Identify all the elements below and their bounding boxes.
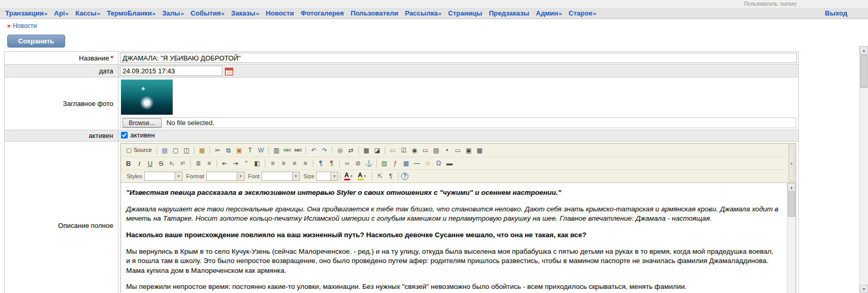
nav-item-api[interactable]: Api» bbox=[54, 9, 69, 17]
nav-item-zaly[interactable]: Залы» bbox=[162, 9, 184, 17]
button-field-icon[interactable]: ▭ bbox=[453, 145, 463, 155]
anchor-icon[interactable]: ⚓ bbox=[364, 159, 374, 168]
radio-field-icon[interactable]: ◉ bbox=[409, 145, 419, 155]
outdent-icon[interactable]: ⇤ bbox=[220, 159, 230, 168]
subscript-icon[interactable]: x₂ bbox=[167, 159, 177, 168]
nav-item-zakazy[interactable]: Заказы» bbox=[231, 9, 259, 17]
form-field-icon[interactable]: ▭ bbox=[388, 145, 398, 155]
breadcrumb-link-news[interactable]: Новости bbox=[13, 22, 37, 29]
select-all-icon[interactable]: ▩ bbox=[361, 145, 371, 155]
textarea-field-icon[interactable]: ▤ bbox=[431, 145, 441, 155]
bidi-rtl-icon[interactable]: ¶ bbox=[327, 159, 337, 168]
nav-item-termoblanki[interactable]: ТермоБланки» bbox=[107, 9, 156, 17]
format-dropdown-label: Format bbox=[186, 173, 204, 179]
file-input[interactable]: Browse… No file selected. bbox=[120, 117, 796, 128]
browse-button[interactable]: Browse… bbox=[123, 118, 162, 128]
form-row-description: Описание полное ▢Source ▤ ▢ ◫ ▦ ✂ ⧉ bbox=[5, 142, 799, 293]
font-dropdown[interactable]: ▾ bbox=[262, 172, 300, 181]
active-checkbox[interactable] bbox=[121, 132, 128, 138]
text-field-icon[interactable]: ▭ bbox=[420, 145, 430, 155]
replace-icon[interactable]: ⇄ bbox=[346, 145, 356, 155]
about-icon[interactable]: ? bbox=[401, 173, 408, 180]
templates-icon[interactable]: ▦ bbox=[197, 145, 207, 155]
bulleted-list-icon[interactable]: ≡ bbox=[204, 159, 214, 168]
editor-scroll-thumb[interactable] bbox=[788, 192, 795, 217]
nav-item-sobytiya[interactable]: События» bbox=[191, 9, 225, 17]
preview-icon[interactable]: ◫ bbox=[181, 145, 191, 155]
nav-item-novosti[interactable]: Новости bbox=[266, 9, 294, 17]
calendar-icon[interactable] bbox=[225, 68, 233, 75]
editor-document[interactable]: "Известная певица рассказала в эксклюзив… bbox=[121, 183, 796, 293]
editor-scroll-up-button[interactable]: ▲ bbox=[787, 183, 796, 191]
scayt-icon[interactable]: ABC bbox=[293, 145, 303, 155]
underline-icon[interactable]: U bbox=[145, 159, 155, 168]
image-button-icon[interactable]: ▣ bbox=[464, 145, 474, 155]
image-icon[interactable]: ▨ bbox=[379, 159, 389, 168]
show-blocks-icon[interactable]: ¶ bbox=[386, 172, 395, 181]
superscript-icon[interactable]: x² bbox=[178, 159, 188, 168]
page-scroll-up-button[interactable]: ▲ bbox=[860, 46, 868, 54]
format-dropdown[interactable]: ▾ bbox=[206, 172, 245, 181]
table-icon[interactable]: ▦ bbox=[401, 159, 411, 168]
div-container-icon[interactable]: ◧ bbox=[252, 159, 262, 168]
copy-icon[interactable]: ⧉ bbox=[223, 145, 233, 155]
size-dropdown[interactable]: ▾ bbox=[316, 172, 338, 181]
checkbox-field-icon[interactable]: ☑ bbox=[399, 145, 408, 155]
background-color-button[interactable]: A▾ bbox=[357, 172, 369, 181]
styles-dropdown[interactable]: ▾ bbox=[144, 172, 182, 181]
nav-item-stranitsy[interactable]: Страницы bbox=[448, 9, 482, 17]
cut-icon[interactable]: ✂ bbox=[212, 145, 222, 155]
italic-icon[interactable]: I bbox=[134, 159, 144, 168]
numbered-list-icon[interactable]: ≣ bbox=[193, 159, 203, 168]
page-break-icon[interactable]: ▬ bbox=[445, 159, 454, 168]
align-justify-icon[interactable]: ≡ bbox=[300, 159, 310, 168]
nav-item-predzakazy[interactable]: Предзаказы bbox=[489, 9, 529, 17]
indent-icon[interactable]: ⇥ bbox=[231, 159, 240, 168]
save-icon[interactable]: ▤ bbox=[160, 145, 170, 155]
unlink-icon[interactable]: ⊘ bbox=[353, 159, 363, 168]
maximize-icon[interactable]: ⇱ bbox=[375, 172, 385, 181]
nav-item-fotogalereya[interactable]: Фотогалерея bbox=[301, 9, 344, 17]
undo-icon[interactable]: ↶ bbox=[309, 145, 318, 155]
text-color-button[interactable]: A▾ bbox=[343, 172, 356, 181]
paste-word-icon[interactable]: W bbox=[256, 145, 266, 155]
save-button[interactable]: Сохранить bbox=[7, 35, 65, 48]
nav-item-admin[interactable]: Админ» bbox=[536, 9, 562, 17]
required-asterisk: * bbox=[111, 54, 113, 62]
print-icon[interactable]: ▥ bbox=[271, 145, 281, 155]
date-input[interactable] bbox=[120, 66, 222, 76]
redo-icon[interactable]: ↷ bbox=[319, 145, 329, 155]
horizontal-rule-icon[interactable]: ― bbox=[412, 159, 422, 168]
paste-icon[interactable]: ▣ bbox=[234, 145, 244, 155]
blockquote-icon[interactable]: “ bbox=[241, 159, 251, 168]
find-icon[interactable]: ◎ bbox=[335, 145, 345, 155]
nav-item-transactions[interactable]: Транзакции» bbox=[5, 9, 48, 17]
select-field-icon[interactable]: ▼ bbox=[442, 145, 452, 155]
spellcheck-icon[interactable]: ABC bbox=[282, 145, 292, 155]
page-scroll-thumb[interactable] bbox=[860, 55, 867, 88]
align-right-icon[interactable]: ≡ bbox=[290, 159, 299, 168]
link-icon[interactable]: ∞ bbox=[342, 159, 352, 168]
source-button[interactable]: ▢Source bbox=[124, 145, 154, 155]
collapse-toolbar-button[interactable]: ▲ bbox=[788, 145, 795, 181]
bidi-ltr-icon[interactable]: ¶ bbox=[316, 159, 326, 168]
bold-icon[interactable]: B bbox=[124, 159, 133, 168]
smiley-icon[interactable]: ☺ bbox=[423, 159, 433, 168]
special-char-icon[interactable]: Ω bbox=[434, 159, 444, 168]
new-page-icon[interactable]: ▢ bbox=[171, 145, 180, 155]
flash-icon[interactable]: ƒ bbox=[390, 159, 400, 168]
logout-link[interactable]: Выход bbox=[825, 9, 847, 17]
page-scroll-down-button[interactable]: ▼ bbox=[860, 285, 868, 293]
nav-item-polzovateli[interactable]: Пользователи bbox=[351, 9, 398, 17]
strikethrough-icon[interactable]: S bbox=[156, 159, 166, 168]
align-center-icon[interactable]: ≡ bbox=[279, 159, 288, 168]
remove-format-icon[interactable]: ◪ bbox=[372, 145, 382, 155]
hidden-field-icon[interactable]: ▦ bbox=[475, 145, 484, 155]
editor-content[interactable]: "Известная певица рассказала в эксклюзив… bbox=[121, 183, 796, 293]
paste-text-icon[interactable]: T bbox=[245, 145, 255, 155]
nav-item-staroe[interactable]: Старое» bbox=[569, 9, 596, 17]
title-input[interactable] bbox=[120, 53, 797, 63]
align-left-icon[interactable]: ≡ bbox=[268, 159, 278, 168]
nav-item-rassylka[interactable]: Рассылка» bbox=[405, 9, 441, 17]
nav-item-kassy[interactable]: Кассы» bbox=[75, 9, 100, 17]
